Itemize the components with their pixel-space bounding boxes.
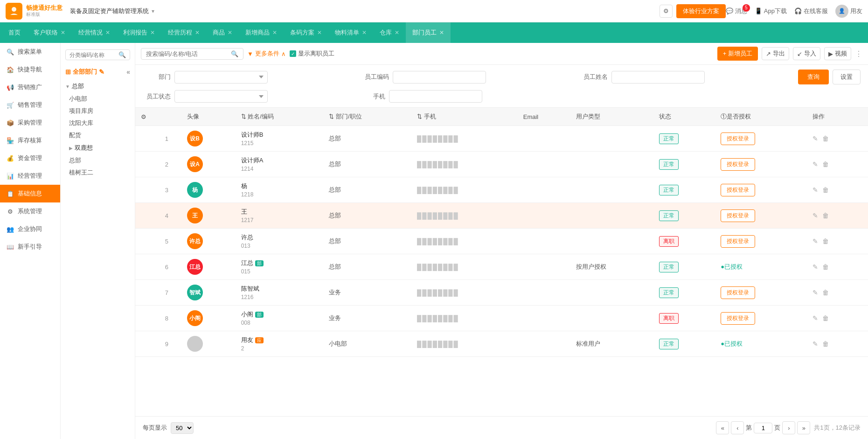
row-auth-cell[interactable]: 授权登录 (715, 177, 806, 203)
tab-add-goods[interactable]: 新增商品 ✕ (239, 22, 284, 43)
close-icon[interactable]: ✕ (362, 29, 367, 36)
auth-login-button[interactable]: 授权登录 (721, 286, 755, 299)
edit-button[interactable]: ✎ (812, 314, 818, 322)
add-employee-button[interactable]: + 新增员工 (717, 47, 758, 61)
sidebar-item-inventory[interactable]: 🏪 库存核算 (0, 132, 60, 149)
sidebar-item-guide[interactable]: 📖 新手引导 (0, 238, 60, 256)
sidebar-item-system[interactable]: ⚙ 系统管理 (0, 202, 60, 220)
first-page-btn[interactable]: « (716, 421, 729, 434)
close-icon[interactable]: ✕ (317, 29, 322, 36)
search-input[interactable] (146, 50, 228, 57)
dept-child-xiaodiandept[interactable]: 小电部 (61, 93, 135, 105)
query-button[interactable]: 查询 (798, 70, 829, 84)
app-download-btn[interactable]: 📱 App下载 (755, 7, 787, 15)
close-icon[interactable]: ✕ (105, 29, 110, 36)
tab-customer[interactable]: 客户联络 ✕ (27, 22, 72, 43)
page-number-input[interactable] (754, 423, 772, 433)
close-icon[interactable]: ✕ (439, 29, 444, 36)
next-page-btn[interactable]: › (782, 421, 795, 434)
sidebar-item-sales[interactable]: 🛒 销售管理 (0, 96, 60, 114)
sidebar-item-search[interactable]: 🔍 搜索菜单 (0, 43, 60, 61)
page-size-select[interactable]: 50 (171, 422, 194, 434)
export-button[interactable]: ↗ 导出 (762, 47, 789, 60)
edit-button[interactable]: ✎ (812, 160, 818, 168)
col-settings[interactable]: ⚙ (135, 108, 152, 126)
sidebar-item-nav[interactable]: 🏠 快捷导航 (0, 61, 60, 78)
title-arrow-icon[interactable]: ▾ (152, 8, 154, 14)
row-auth-cell[interactable]: ●已授权 (715, 331, 806, 357)
sidebar-item-purchase[interactable]: 📦 采购管理 (0, 114, 60, 132)
all-dept-item[interactable]: ⊞ 全部部门 ✎ « (61, 65, 135, 79)
sidebar-item-basicinfo[interactable]: 📋 基础信息 (0, 185, 60, 202)
row-auth-cell[interactable]: ●已授权 (715, 254, 806, 280)
close-icon[interactable]: ✕ (228, 29, 232, 36)
row-auth-cell[interactable]: 授权登录 (715, 126, 806, 152)
tab-profit[interactable]: 利润报告 ✕ (117, 22, 161, 43)
delete-button[interactable]: 🗑 (822, 340, 829, 348)
dept-child-headquarters[interactable]: 总部 (61, 154, 135, 167)
close-icon[interactable]: ✕ (61, 29, 65, 36)
dept-filter-select[interactable] (174, 71, 268, 84)
delete-button[interactable]: 🗑 (822, 314, 829, 322)
delete-button[interactable]: 🗑 (822, 289, 829, 296)
user-profile-btn[interactable]: 👤 用友 (835, 5, 862, 18)
tab-operation[interactable]: 经营情况 ✕ (72, 22, 117, 43)
row-auth-cell[interactable]: 授权登录 (715, 306, 806, 331)
name-filter-input[interactable] (611, 71, 705, 84)
auth-login-button[interactable]: 授权登录 (721, 235, 755, 248)
edit-button[interactable]: ✎ (812, 289, 818, 296)
edit-icon[interactable]: ✎ (99, 68, 104, 76)
settings-btn[interactable]: ⚙ (660, 5, 673, 18)
auth-login-button[interactable]: 授权登录 (721, 184, 755, 196)
dept-child-distribution[interactable]: 配货 (61, 129, 135, 141)
dept-child-plant[interactable]: 植树王二 (61, 167, 135, 179)
tab-bom[interactable]: 物料清单 ✕ (328, 22, 373, 43)
close-icon[interactable]: ✕ (272, 29, 277, 36)
edit-button[interactable]: ✎ (812, 135, 818, 142)
dept-group-title[interactable]: ▼ 总部 (61, 80, 135, 93)
sidebar-item-collab[interactable]: 👥 企业协同 (0, 220, 60, 238)
prev-page-btn[interactable]: ‹ (731, 421, 744, 434)
sidebar-item-marketing[interactable]: 📢 营销推广 (0, 78, 60, 96)
row-auth-cell[interactable]: 授权登录 (715, 203, 806, 229)
status-filter-select[interactable] (174, 90, 268, 103)
trial-button[interactable]: 体验行业方案 (676, 4, 726, 18)
auth-login-button[interactable]: 授权登录 (721, 158, 755, 171)
row-auth-cell[interactable]: 授权登录 (715, 229, 806, 254)
tab-barcode[interactable]: 条码方案 ✕ (284, 22, 328, 43)
search-box[interactable]: 🔍 (141, 48, 243, 60)
collapse-icon[interactable]: « (126, 68, 130, 76)
online-service-btn[interactable]: 🎧 在线客服 (794, 7, 828, 15)
sidebar-item-finance[interactable]: 💰 资金管理 (0, 149, 60, 167)
edit-button[interactable]: ✎ (812, 186, 818, 194)
close-icon[interactable]: ✕ (395, 29, 399, 36)
import-button[interactable]: ↙ 导入 (793, 47, 820, 60)
dept-search-box[interactable]: 🔍 (65, 49, 130, 60)
tab-home[interactable]: 首页 (2, 22, 27, 43)
sidebar-item-operations[interactable]: 📊 经营管理 (0, 167, 60, 185)
last-page-btn[interactable]: » (797, 421, 810, 434)
auth-login-button[interactable]: 授权登录 (721, 209, 755, 222)
close-icon[interactable]: ✕ (150, 29, 155, 36)
delete-button[interactable]: 🗑 (822, 237, 829, 245)
set-button[interactable]: 设置 (833, 70, 861, 84)
dept-child-projectroom[interactable]: 项目库房 (61, 105, 135, 117)
row-auth-cell[interactable]: 授权登录 (715, 152, 806, 177)
more-filter-btn[interactable]: ▼ 更多条件 ∧ (247, 49, 286, 58)
dept-child-shenyang[interactable]: 沈阳大库 (61, 117, 135, 129)
delete-button[interactable]: 🗑 (822, 212, 829, 219)
tab-warehouse[interactable]: 仓库 ✕ (373, 22, 406, 43)
delete-button[interactable]: 🗑 (822, 186, 829, 194)
dept-subgroup-dual[interactable]: ▶ 双鹿想 (61, 141, 135, 154)
row-auth-cell[interactable]: 授权登录 (715, 280, 806, 306)
edit-button[interactable]: ✎ (812, 212, 818, 219)
auth-login-button[interactable]: 授权登录 (721, 312, 755, 325)
view-button[interactable]: ▶ 视频 (824, 47, 851, 60)
delete-button[interactable]: 🗑 (822, 135, 829, 142)
delete-button[interactable]: 🗑 (822, 160, 829, 168)
delete-button[interactable]: 🗑 (822, 263, 829, 271)
tab-goods[interactable]: 商品 ✕ (206, 22, 239, 43)
dept-search-input[interactable] (69, 52, 117, 58)
tab-history[interactable]: 经营历程 ✕ (161, 22, 206, 43)
code-filter-input[interactable] (393, 71, 486, 84)
